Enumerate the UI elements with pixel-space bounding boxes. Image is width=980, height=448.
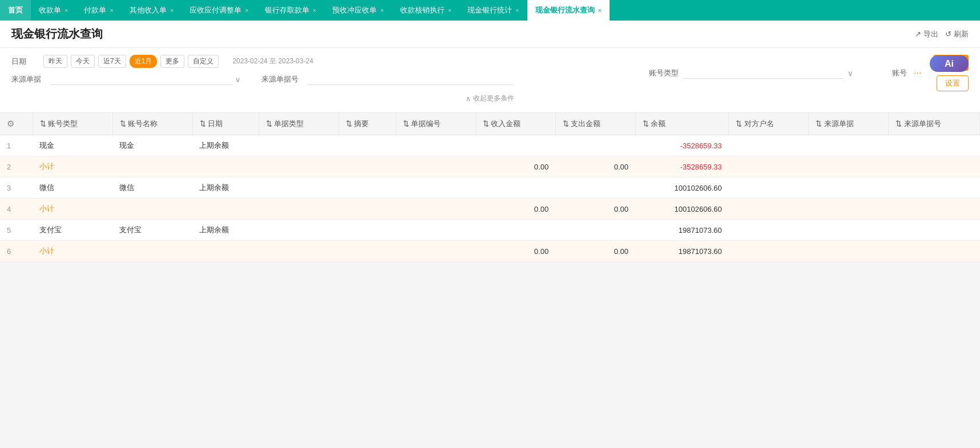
col-counterpart[interactable]: ⇅ 对方户名 xyxy=(729,113,809,135)
account-dots[interactable]: ··· xyxy=(914,68,921,78)
row-doc-no xyxy=(396,199,475,220)
close-icon[interactable]: × xyxy=(380,0,384,21)
row-account-type: 小计 xyxy=(33,241,112,262)
row-doc-no xyxy=(396,241,475,262)
table-row[interactable]: 6 小计 0.00 0.00 19871073.60 xyxy=(0,241,980,262)
date-label: 日期 xyxy=(11,56,34,67)
col-source-doc-no[interactable]: ⇅ 来源单据号 xyxy=(889,113,980,135)
row-balance: 19871073.60 xyxy=(635,241,729,262)
col-doc-type[interactable]: ⇅ 单据类型 xyxy=(259,113,338,135)
row-num: 2 xyxy=(0,156,33,177)
account-type-input[interactable] xyxy=(683,67,843,79)
nav-tab-bank-stats[interactable]: 现金银行统计 × xyxy=(459,0,527,21)
page-title: 现金银行流水查询 xyxy=(11,26,103,42)
row-counterpart xyxy=(729,241,809,262)
settings-button[interactable]: 设置 xyxy=(937,75,969,91)
nav-tab-receipts[interactable]: 收款单 × xyxy=(31,0,76,21)
col-doc-no[interactable]: ⇅ 单据编号 xyxy=(396,113,475,135)
collapse-bar[interactable]: ∧ 收起更多条件 xyxy=(11,91,969,108)
row-balance: -3528659.33 xyxy=(635,156,729,177)
col-summary[interactable]: ⇅ 摘要 xyxy=(338,113,396,135)
row-doc-type xyxy=(259,177,338,199)
close-icon[interactable]: × xyxy=(598,0,602,21)
nav-tab-prepayments[interactable]: 预收冲应收单 × xyxy=(324,0,392,21)
source-doc-no-input[interactable] xyxy=(308,74,513,85)
row-account-name xyxy=(112,241,192,262)
source-doc-input[interactable] xyxy=(50,74,233,85)
source-doc-no-select xyxy=(308,74,513,85)
col-date[interactable]: ⇅ 日期 xyxy=(192,113,259,135)
row-source-doc-no xyxy=(889,177,980,199)
close-icon[interactable]: × xyxy=(448,0,451,21)
row-balance: -3528659.33 xyxy=(635,135,729,156)
row-counterpart xyxy=(729,199,809,220)
nav-tab-bank-deposits[interactable]: 银行存取款单 × xyxy=(257,0,324,21)
nav-tab-bank-flow[interactable]: 现金银行流水查询 × xyxy=(527,0,610,21)
row-doc-no xyxy=(396,156,475,177)
row-counterpart xyxy=(729,177,809,199)
row-counterpart xyxy=(729,220,809,241)
col-account-type[interactable]: ⇅ 账号类型 xyxy=(33,113,112,135)
row-date: 上期余额 xyxy=(192,220,259,241)
close-icon[interactable]: × xyxy=(515,0,519,21)
col-account-name[interactable]: ⇅ 账号名称 xyxy=(112,113,192,135)
table-row[interactable]: 1 现金 现金 上期余额 -3528659.33 xyxy=(0,135,980,156)
row-income xyxy=(475,177,555,199)
date-custom[interactable]: 自定义 xyxy=(188,55,219,68)
row-num: 3 xyxy=(0,177,33,199)
date-more[interactable]: 更多 xyxy=(160,55,184,68)
col-source-doc[interactable]: ⇅ 来源单据 xyxy=(809,113,889,135)
account-type-filter: 账号类型 ∨ xyxy=(649,67,853,79)
nav-home[interactable]: 首页 xyxy=(0,0,31,21)
date-range: 2023-02-24 至 2023-03-24 xyxy=(232,56,313,66)
chevron-down-icon[interactable]: ∨ xyxy=(235,75,241,84)
col-expense[interactable]: ⇅ 支出金额 xyxy=(555,113,635,135)
row-source-doc-no xyxy=(889,220,980,241)
nav-tab-verification[interactable]: 收款核销执行 × xyxy=(392,0,459,21)
gear-icon[interactable]: ⚙ xyxy=(7,119,14,128)
row-doc-no xyxy=(396,177,475,199)
refresh-button[interactable]: ↺ 刷新 xyxy=(945,29,969,39)
close-icon[interactable]: × xyxy=(64,0,68,21)
nav-tab-other-income[interactable]: 其他收入单 × xyxy=(122,0,182,21)
table-container: ⚙ ⇅ 账号类型 ⇅ 账号名称 ⇅ 日期 ⇅ 单据类型 ⇅ 摘要 ⇅ 单据编号 … xyxy=(0,113,980,262)
row-source-doc-no xyxy=(889,156,980,177)
nav-tab-payments[interactable]: 付款单 × xyxy=(76,0,121,21)
row-source-doc xyxy=(809,220,889,241)
source-doc-label: 来源单据 xyxy=(11,74,41,84)
table-row[interactable]: 2 小计 0.00 0.00 -3528659.33 xyxy=(0,156,980,177)
row-num: 6 xyxy=(0,241,33,262)
date-1month[interactable]: 近1月 xyxy=(130,55,158,68)
row-doc-no xyxy=(396,135,475,156)
nav-tab-adjustments[interactable]: 应收应付调整单 × xyxy=(182,0,256,21)
close-icon[interactable]: × xyxy=(170,0,174,21)
row-counterpart xyxy=(729,135,809,156)
source-filter-row: 来源单据 ∨ 来源单据号 xyxy=(11,74,649,85)
row-summary xyxy=(338,199,396,220)
table-row[interactable]: 3 微信 微信 上期余额 100102606.60 xyxy=(0,177,980,199)
col-income[interactable]: ⇅ 收入金额 xyxy=(475,113,555,135)
ai-badge[interactable]: Ai xyxy=(930,55,969,72)
col-balance[interactable]: ⇅ 余额 xyxy=(635,113,729,135)
close-icon[interactable]: × xyxy=(245,0,248,21)
row-account-type: 现金 xyxy=(33,135,112,156)
row-expense: 0.00 xyxy=(555,156,635,177)
row-num: 4 xyxy=(0,199,33,220)
chevron-down-icon-2[interactable]: ∨ xyxy=(848,69,853,78)
row-date: 上期余额 xyxy=(192,135,259,156)
row-account-name: 支付宝 xyxy=(112,220,192,241)
row-balance: 19871073.60 xyxy=(635,220,729,241)
row-doc-no xyxy=(396,220,475,241)
date-7days[interactable]: 近7天 xyxy=(98,55,126,68)
row-source-doc xyxy=(809,199,889,220)
close-icon[interactable]: × xyxy=(110,0,113,21)
row-account-type: 支付宝 xyxy=(33,220,112,241)
date-today[interactable]: 今天 xyxy=(71,55,95,68)
export-button[interactable]: ↗ 导出 xyxy=(915,29,938,39)
table-row[interactable]: 5 支付宝 支付宝 上期余额 19871073.60 xyxy=(0,220,980,241)
table-row[interactable]: 4 小计 0.00 0.00 100102606.60 xyxy=(0,199,980,220)
date-yesterday[interactable]: 昨天 xyxy=(43,55,67,68)
row-expense: 0.00 xyxy=(555,241,635,262)
close-icon[interactable]: × xyxy=(313,0,316,21)
row-expense xyxy=(555,177,635,199)
